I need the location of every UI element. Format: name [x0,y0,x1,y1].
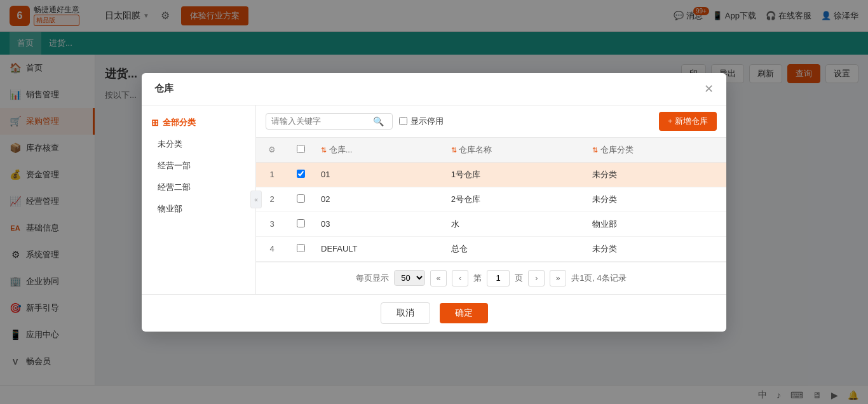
modal-overlay: 仓库 ✕ ⊞ 全部分类 未分类 经营一部 经营二部 [0,0,868,404]
table-header-name: ⇅ 仓库名称 [444,138,585,163]
all-categories-item[interactable]: ⊞ 全部分类 [142,112,255,133]
add-warehouse-button[interactable]: + 新增仓库 [659,112,717,131]
confirm-button[interactable]: 确定 [440,303,488,323]
modal-footer: 取消 确定 [142,294,726,332]
row-name: 1号仓库 [444,162,585,187]
row-category: 未分类 [585,187,726,212]
sort-icon-name: ⇅ [451,146,457,154]
content-panel: 🔍 显示停用 + 新增仓库 ⚙ [256,105,726,294]
row-checkbox-cell[interactable] [288,236,313,261]
row-name: 2号仓库 [444,187,585,212]
table-header-checkbox [288,138,313,163]
search-icon[interactable]: 🔍 [373,116,384,126]
table-body: 1 01 1号仓库 未分类 2 02 2号仓库 未分类 3 03 水 物业部 4… [256,162,726,261]
sort-icon-category: ⇅ [592,146,598,154]
table-row[interactable]: 4 DEFAULT 总仓 未分类 [256,236,726,261]
row-index: 3 [256,212,288,236]
total-info: 共1页, 4条记录 [571,273,627,284]
category-item-ops1[interactable]: 经营一部 [142,155,255,177]
warehouse-modal: 仓库 ✕ ⊞ 全部分类 未分类 经营一部 经营二部 [142,73,726,332]
data-table: ⚙ ⇅ 仓库... ⇅ 仓库名称 [256,138,726,262]
select-all-checkbox[interactable] [297,145,305,153]
page-prefix-label: 第 [473,273,482,284]
row-code: 03 [313,212,444,236]
page-suffix-label: 页 [515,273,523,284]
table-header-category: ⇅ 仓库分类 [585,138,726,163]
per-page-select[interactable]: 50 [394,270,425,286]
all-categories-label: 全部分类 [163,117,196,128]
modal-title: 仓库 [154,83,173,95]
row-checkbox-cell[interactable] [288,162,313,187]
category-item-unclassified[interactable]: 未分类 [142,133,255,155]
grid-icon: ⊞ [151,118,159,128]
row-category: 未分类 [585,162,726,187]
warehouse-table: ⚙ ⇅ 仓库... ⇅ 仓库名称 [256,138,726,262]
table-header-settings[interactable]: ⚙ [256,138,288,163]
show-disabled-label[interactable]: 显示停用 [399,116,444,127]
row-category: 物业部 [585,212,726,236]
page-input[interactable] [487,270,510,286]
table-row[interactable]: 2 02 2号仓库 未分类 [256,187,726,212]
row-checkbox[interactable] [297,219,305,227]
prev-page-button[interactable]: ‹ [452,270,468,286]
modal-header: 仓库 ✕ [142,73,726,105]
row-code: DEFAULT [313,236,444,261]
last-page-button[interactable]: » [550,270,566,286]
row-index: 4 [256,236,288,261]
row-checkbox-cell[interactable] [288,212,313,236]
row-code: 01 [313,162,444,187]
search-row: 🔍 显示停用 [266,113,444,130]
search-input[interactable] [271,116,373,126]
row-index: 1 [256,162,288,187]
table-header-row: ⚙ ⇅ 仓库... ⇅ 仓库名称 [256,138,726,163]
row-checkbox[interactable] [297,194,305,203]
modal-close-button[interactable]: ✕ [704,82,714,96]
row-name: 总仓 [444,236,585,261]
collapse-button[interactable]: « [250,191,262,208]
sort-icon-code: ⇅ [321,146,327,154]
first-page-button[interactable]: « [430,270,447,286]
category-item-property[interactable]: 物业部 [142,198,255,220]
category-panel: ⊞ 全部分类 未分类 经营一部 经营二部 物业部 « [142,105,256,294]
pagination: 每页显示 50 « ‹ 第 页 › » 共1页, 4条记录 [256,262,726,294]
cancel-button[interactable]: 取消 [381,302,430,324]
modal-body: ⊞ 全部分类 未分类 经营一部 经营二部 物业部 « [142,105,726,294]
category-item-ops2[interactable]: 经营二部 [142,177,255,198]
row-code: 02 [313,187,444,212]
next-page-button[interactable]: › [528,270,545,286]
row-checkbox[interactable] [297,170,305,178]
row-checkbox-cell[interactable] [288,187,313,212]
row-name: 水 [444,212,585,236]
content-toolbar: 🔍 显示停用 + 新增仓库 [256,105,726,138]
show-disabled-checkbox[interactable] [399,117,407,125]
table-row[interactable]: 1 01 1号仓库 未分类 [256,162,726,187]
row-category: 未分类 [585,236,726,261]
table-row[interactable]: 3 03 水 物业部 [256,212,726,236]
row-checkbox[interactable] [297,244,305,252]
search-box: 🔍 [266,113,393,130]
per-page-label: 每页显示 [356,273,389,284]
table-header-code: ⇅ 仓库... [313,138,444,163]
